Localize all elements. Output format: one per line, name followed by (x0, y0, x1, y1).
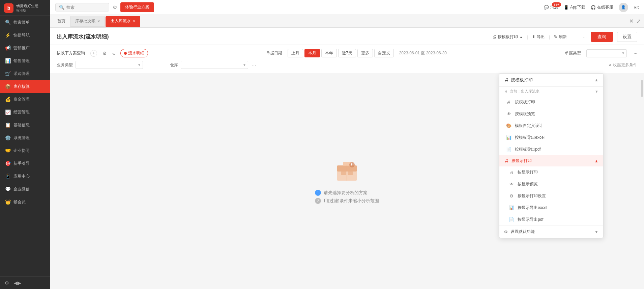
step-2-label: 用[过滤]条件来缩小分析范围 (324, 198, 379, 204)
dropdown-footer[interactable]: ⚙ 设置默认功能 ▼ (499, 226, 603, 238)
print-dropdown-panel: 🖨 按模板打印 ▲ 🖨 当前：出入库流水 ▼ 🖨 按模板打印 (499, 73, 604, 238)
warehouse-label: 仓库 (170, 62, 178, 68)
sidebar-item-marketing[interactable]: 📢 营销推广 (0, 42, 50, 54)
sidebar-label-shortcut: 快捷导航 (13, 32, 30, 38)
date-btn-this-year[interactable]: 本年 (321, 49, 337, 57)
vertical-scrollbar[interactable] (640, 73, 644, 289)
item-display-settings-icon: ⚙ (509, 193, 514, 199)
sidebar-item-system[interactable]: ⚙️ 系统管理 (0, 131, 50, 144)
sidebar-item-search[interactable]: 🔍 搜索菜单 (0, 16, 50, 29)
sidebar-item-sales[interactable]: 📊 销售管理 (0, 54, 50, 67)
user-avatar[interactable]: 👤 (619, 3, 628, 12)
display-print-header-label: 🖨 按显示打印 (504, 158, 532, 164)
tab-expand-icon[interactable]: ⤢ (636, 18, 641, 24)
app-download-button[interactable]: 📱 App下载 (564, 4, 585, 10)
step-1-label: 请先选择要分析的方案 (324, 190, 368, 196)
business-type-select[interactable] (76, 61, 143, 69)
dropdown-item-template-pdf[interactable]: 📄 按模板导出pdf (499, 143, 603, 155)
dropdown-sub-header-display[interactable]: 🖨 按显示打印 ▲ (499, 155, 603, 166)
main-content: ! 1 请先选择要分析的方案 2 用[过滤]条件来缩小分析范围 (50, 73, 644, 289)
current-label: 当前：出入库流水 (510, 89, 539, 94)
dropdown-close-icon[interactable]: ▲ (594, 78, 598, 82)
settings-footer-icon[interactable]: ⚙ (5, 280, 9, 286)
warehouse-select[interactable] (181, 61, 248, 69)
message-button[interactable]: 💬 消息 99+ (544, 4, 558, 10)
doc-type-label: 单据类型 (565, 50, 581, 56)
gear-icon: ⚙️ (5, 135, 11, 141)
tab-batch[interactable]: 库存批次账 × (70, 16, 105, 27)
more-icon[interactable]: ··· (583, 34, 587, 40)
sidebar-item-appcenter[interactable]: 📱 应用中心 (0, 170, 50, 183)
item-preview-icon: 👁 (506, 111, 511, 117)
industry-solution-button[interactable]: 体验行业方案 (120, 2, 154, 12)
sidebar-item-wechat[interactable]: 💬 企业微信 (0, 183, 50, 195)
refresh-button[interactable]: ↻ 刷新 (554, 34, 567, 40)
sidebar-item-vip[interactable]: 👑 畅会员 (0, 195, 50, 208)
sidebar-item-inventory[interactable]: 📦 库存核算 (0, 80, 50, 93)
step-num-2: 2 (315, 198, 321, 204)
sidebar-item-shortcut[interactable]: ⚡ 快捷导航 (0, 29, 50, 42)
display-print-header-text: 按显示打印 (511, 158, 532, 164)
tab-home[interactable]: 首页 (53, 16, 69, 27)
query-button[interactable]: 查询 (591, 32, 613, 42)
doc-type-more-icon[interactable]: ··· (634, 51, 637, 56)
tab-flow-close-icon[interactable]: × (133, 19, 135, 24)
tab-batch-close-icon[interactable]: × (97, 19, 100, 24)
dropdown-item-template-custom[interactable]: 🎨 模板自定义设计 (499, 120, 603, 132)
sidebar-footer: ⚙ ◀▶ (0, 277, 50, 289)
money-icon: 💰 (5, 96, 11, 102)
doc-type-select[interactable] (586, 49, 627, 57)
topbar-gear-icon[interactable]: ⚙ (113, 4, 117, 10)
step-num-1: 1 (315, 190, 321, 196)
target-icon: 🎯 (5, 160, 11, 166)
sidebar-item-purchase[interactable]: 🛒 采购管理 (0, 67, 50, 80)
main-area: 🔍 ⚙ 体验行业方案 💬 消息 99+ 📱 App下载 🎧 在线客服 (50, 0, 644, 289)
sidebar-item-newbie[interactable]: 🎯 新手引导 (0, 157, 50, 170)
export-icon: ⬆ (532, 34, 535, 39)
filter-add-button[interactable]: + (90, 50, 97, 57)
export-button[interactable]: ⬆ 导出 (532, 34, 545, 40)
item-display-pdf-label: 按显示导出pdf (518, 217, 544, 222)
filter-collapse-icon[interactable]: « (112, 51, 115, 56)
toggle-sidebar-icon[interactable]: ◀▶ (14, 280, 21, 286)
chart-icon: 📊 (5, 58, 11, 64)
tab-close-all-icon[interactable]: ✕ (629, 18, 634, 24)
dropdown-item-template-print[interactable]: 🖨 按模板打印 (499, 96, 603, 108)
dropdown-item-display-print[interactable]: 🖨 按显示打印 (499, 166, 603, 178)
sidebar-item-finance[interactable]: 💰 资金管理 (0, 93, 50, 106)
sidebar-label-wechat: 企业微信 (13, 186, 30, 192)
search-input[interactable] (66, 5, 100, 10)
warehouse-more-icon[interactable]: ··· (252, 62, 256, 68)
current-arrow-icon[interactable]: ▼ (595, 89, 598, 94)
collapse-button[interactable]: ∧ 收起更多条件 (609, 62, 637, 68)
online-service-button[interactable]: 🎧 在线客服 (591, 4, 613, 10)
search-icon: 🔍 (5, 19, 11, 25)
filter-tag-dot (124, 52, 127, 55)
date-btn-last-month[interactable]: 上月 (288, 49, 303, 57)
topbar-search-box[interactable]: 🔍 (55, 3, 109, 11)
filter-row-2: 业务类型 ▼ 仓库 (57, 61, 637, 69)
filter-tag-liushui[interactable]: 流水明细 (120, 49, 148, 57)
settings-button[interactable]: 设置 (617, 32, 637, 42)
dropdown-item-display-excel[interactable]: 📊 按显示导出excel (499, 202, 603, 214)
item-design-icon: 🎨 (506, 123, 511, 129)
tab-flow[interactable]: 出入库流水 × (106, 16, 140, 27)
sidebar-label-finance: 资金管理 (13, 97, 30, 102)
dropdown-item-template-excel[interactable]: 📊 按模板导出excel (499, 132, 603, 143)
dropdown-item-display-settings[interactable]: ⚙ 按显示打印设置 (499, 190, 603, 202)
sidebar-item-basic[interactable]: 📋 基础信息 (0, 119, 50, 131)
dropdown-item-template-preview[interactable]: 👁 按模板预览 (499, 108, 603, 120)
page-header: 出入库流水(流水明细) 🖨 按模板打印 ▲ | ⬆ 导出 | (50, 28, 644, 45)
filter-gear-icon[interactable]: ⚙ (103, 51, 107, 56)
sidebar-label-marketing: 营销推广 (13, 45, 30, 51)
sidebar-item-collab[interactable]: 🤝 企业协同 (0, 144, 50, 157)
dropdown-item-display-pdf[interactable]: 📄 按显示导出pdf (499, 214, 603, 226)
date-btn-7days[interactable]: 近7天 (338, 49, 356, 57)
date-btn-custom[interactable]: 自定义 (374, 49, 394, 57)
dropdown-item-display-preview[interactable]: 👁 按显示预览 (499, 178, 603, 190)
sidebar-item-operations[interactable]: 📈 经营管理 (0, 106, 50, 119)
template-print-button[interactable]: 🖨 按模板打印 ▲ (492, 34, 523, 40)
date-btn-this-month[interactable]: 本月 (304, 49, 320, 57)
avatar-placeholder: 👤 (621, 5, 626, 9)
date-btn-more[interactable]: 更多 (357, 49, 373, 57)
